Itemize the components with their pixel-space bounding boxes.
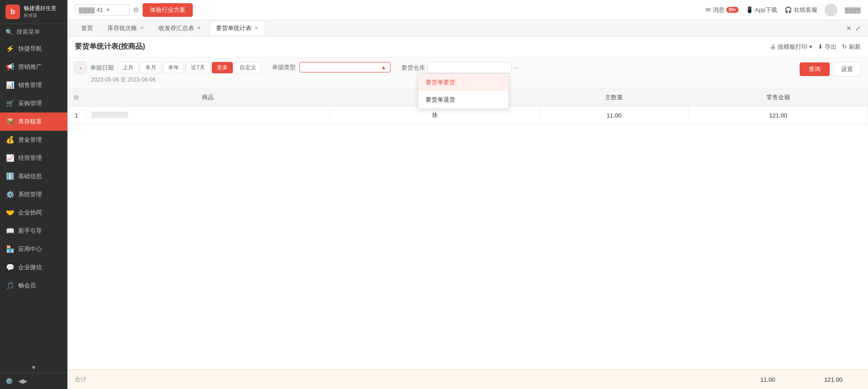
store-selector[interactable]: ▓▓▓▓ 41 ▾ (75, 4, 129, 15)
this-year-btn[interactable]: 本年 (163, 62, 184, 73)
row-product (86, 107, 330, 124)
topbar-right: ✉ 消息 99+ 📱 App下载 🎧 在线客服 ▓▓▓▓ (706, 4, 861, 16)
row-index: 1 (67, 107, 86, 124)
type-filter-label: 单据类型 (272, 63, 296, 72)
settings-button[interactable]: ⚙️ (5, 378, 13, 384)
sidebar-item-member[interactable]: 🎵 畅会员 (0, 276, 67, 295)
sidebar-item-label: 新手引导 (18, 227, 42, 235)
summary-bar: 合计 11.00 121.00 (67, 369, 868, 389)
sidebar-item-finance[interactable]: 💰 资金管理 (0, 131, 67, 149)
basic-info-icon: ℹ️ (5, 172, 15, 181)
sidebar-item-label: 企业协同 (18, 209, 42, 217)
print-button[interactable]: 🖨 按模板打印 ▾ (770, 43, 812, 51)
query-button[interactable]: 查询 (800, 62, 830, 76)
last-month-btn[interactable]: 上月 (118, 62, 139, 73)
sidebar-item-label: 采购管理 (18, 99, 42, 107)
phone-icon: 📱 (746, 6, 753, 13)
type-filter-input-wrapper: ▲ (299, 62, 390, 72)
tab-label: 收发存汇总表 (159, 24, 194, 32)
sidebar-item-guide[interactable]: 📖 新手引导 (0, 222, 67, 240)
app-name: 畅捷通好生意 (24, 5, 56, 12)
operations-icon: 📈 (5, 154, 15, 163)
online-service-button[interactable]: 🎧 在线客服 (785, 6, 817, 14)
tab-inventory-batch[interactable]: 库存批次账 ✕ (101, 21, 150, 35)
sidebar-item-operations[interactable]: 📈 经营管理 (0, 149, 67, 167)
sidebar-item-app-center[interactable]: 🏪 应用中心 (0, 240, 67, 258)
warehouse-more-icon[interactable]: ··· (514, 64, 519, 72)
row-unit: 块 (330, 107, 539, 124)
sidebar-item-label: 基础信息 (18, 172, 42, 180)
export-button[interactable]: ⬇ 导出 (818, 43, 837, 51)
tab-close-all-icon[interactable]: ✕ (846, 25, 852, 32)
sidebar-item-basic-info[interactable]: ℹ️ 基础信息 (0, 167, 67, 185)
this-month-btn[interactable]: 本月 (140, 62, 161, 73)
tab-expand-icon[interactable]: ⤢ (855, 25, 861, 32)
filter-expand-button[interactable]: › (75, 62, 87, 74)
date-buttons: 上月 本月 本年 近7天 更多 自定义 (118, 62, 261, 73)
type-filter-input[interactable] (303, 64, 381, 71)
tab-receipt-summary[interactable]: 收发存汇总表 ✕ (152, 21, 207, 35)
date-range-display: 2023-05-06 至 2023-06-06 (90, 76, 261, 84)
th-settings: ⚙ (67, 89, 86, 107)
settings-button[interactable]: 设置 (833, 62, 861, 77)
sales-icon: 📊 (5, 81, 15, 90)
finance-icon: 💰 (5, 135, 15, 144)
product-placeholder (92, 112, 128, 118)
home-tab-label: 首页 (81, 24, 93, 32)
message-button[interactable]: ✉ 消息 99+ (706, 6, 739, 14)
message-badge: 99+ (726, 7, 739, 13)
sidebar-item-label: 畅会员 (18, 282, 36, 290)
dropdown-item-1[interactable]: 要货单退货 (418, 91, 508, 108)
sidebar-item-system[interactable]: ⚙️ 系统管理 (0, 185, 67, 204)
wechat-icon: 💬 (5, 263, 15, 272)
tab-label: 要货单统计表 (216, 24, 252, 32)
sidebar-item-marketing[interactable]: 📢 营销推广 (0, 58, 67, 76)
sidebar-item-label: 企业微信 (18, 263, 42, 271)
print-chevron-icon: ▾ (809, 43, 812, 50)
tabbar-actions: ✕ ⤢ (846, 25, 861, 32)
marketing-icon: 📢 (5, 62, 15, 72)
sidebar-nav: ⚡ 快捷导航 📢 营销推广 📊 销售管理 🛒 采购管理 📦 库存核算 💰 资金管… (0, 40, 67, 363)
refresh-button[interactable]: ↻ 刷新 (842, 43, 861, 51)
type-filter-chevron-icon[interactable]: ▲ (381, 64, 386, 71)
sidebar-item-quick-nav[interactable]: ⚡ 快捷导航 (0, 40, 67, 58)
user-avatar[interactable] (825, 4, 837, 16)
settings-gear-icon[interactable]: ⚙ (133, 6, 139, 14)
sidebar-scroll-down[interactable]: ▼ (0, 363, 67, 373)
search-icon: 🔍 (5, 29, 13, 36)
logo-icon: b (5, 5, 20, 19)
tab-close-icon[interactable]: ✕ (140, 25, 144, 31)
sidebar-search[interactable]: 🔍 搜索菜单 (0, 24, 67, 40)
tab-home[interactable]: 首页 (75, 21, 99, 35)
sidebar-item-label: 经营管理 (18, 154, 42, 162)
sidebar-item-inventory[interactable]: 📦 库存核算 (0, 113, 67, 131)
dropdown-item-0[interactable]: 要货单要货 (418, 74, 508, 91)
print-label: 按模板打印 (778, 43, 807, 51)
table-settings-icon[interactable]: ⚙ (73, 94, 79, 101)
type-dropdown: 要货单要货 要货单退货 (418, 73, 509, 109)
app-download-button[interactable]: 📱 App下载 (746, 6, 777, 14)
row-quantity: 11.00 (539, 107, 688, 124)
tab-close-icon[interactable]: ✕ (254, 25, 258, 31)
collapse-button[interactable]: ◀▶ (18, 378, 27, 384)
custom-date-btn[interactable]: 自定义 (235, 62, 261, 73)
tab-label: 库存批次账 (108, 24, 137, 32)
sidebar-item-label: 资金管理 (18, 136, 42, 144)
tab-order-stats[interactable]: 要货单统计表 ✕ (209, 21, 265, 36)
logo: b 畅捷通好生意 标准版 (0, 0, 67, 24)
sidebar-item-wechat[interactable]: 💬 企业微信 (0, 258, 67, 276)
sidebar-item-label: 应用中心 (18, 245, 42, 253)
trial-button[interactable]: 体验行业方案 (143, 3, 193, 17)
more-dates-btn[interactable]: 更多 (212, 62, 233, 73)
sidebar-item-sales[interactable]: 📊 销售管理 (0, 76, 67, 94)
sidebar-item-enterprise[interactable]: 🤝 企业协同 (0, 204, 67, 222)
sidebar-item-purchase[interactable]: 🛒 采购管理 (0, 94, 67, 113)
store-number: 41 (97, 6, 103, 13)
date-filter-group: 单据日期 上月 本月 本年 近7天 更多 自定义 (90, 62, 261, 73)
last-7days-btn[interactable]: 近7天 (186, 62, 210, 73)
th-product: 商品 (86, 89, 330, 107)
tab-close-icon[interactable]: ✕ (197, 25, 201, 31)
sidebar-item-label: 系统管理 (18, 190, 42, 199)
warehouse-filter-input[interactable] (427, 62, 512, 73)
store-name: ▓▓▓▓ (79, 7, 95, 13)
